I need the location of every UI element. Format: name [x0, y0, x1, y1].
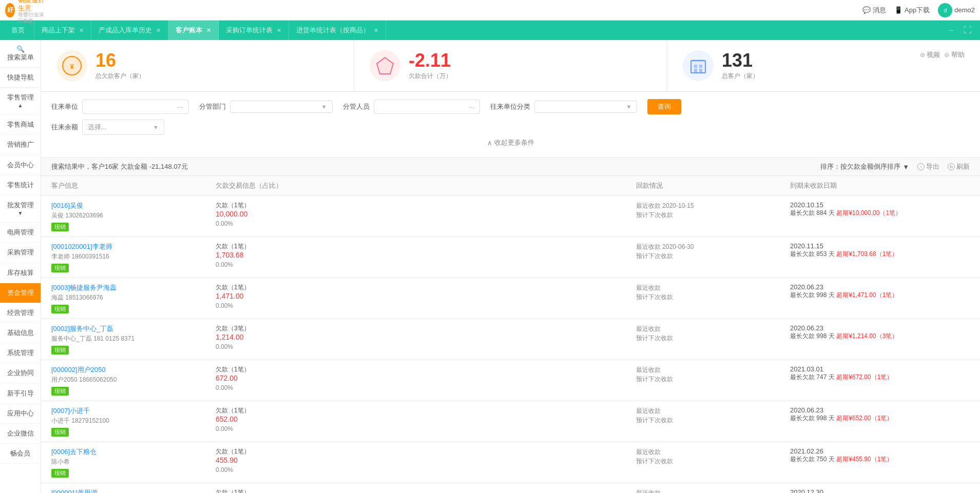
sidebar-search-menu[interactable]: 🔍 搜索菜单: [0, 40, 41, 68]
sidebar-item-wechat[interactable]: 企业微信: [0, 424, 41, 444]
refresh-button[interactable]: ↻ 刷新: [948, 162, 970, 171]
debt-amount-6[interactable]: 455.90: [216, 456, 636, 464]
sidebar-item-retail-stats[interactable]: 零售统计: [0, 175, 41, 195]
sidebar-item-enterprise[interactable]: 企业协同: [0, 363, 41, 383]
due-date-1: 2020.11.15: [790, 242, 970, 250]
tab-purchase-order[interactable]: 采购订单统计表 ✕: [219, 21, 289, 40]
overdue-link-6[interactable]: 超期¥455.90（1笔）: [836, 456, 893, 463]
debt-amount-3[interactable]: 1,214.00: [216, 333, 636, 341]
stat-info-debt-total: -2.11 欠款合计（万）: [409, 51, 452, 81]
source-unit-label: 往来单位: [51, 102, 78, 111]
logo-icon: 好: [5, 3, 15, 17]
sidebar-item-inventory[interactable]: 库存核算: [0, 263, 41, 283]
customer-name-4[interactable]: [000002]用户2050: [51, 365, 216, 374]
filter-row-2: 往来余额 选择... ▼: [51, 120, 970, 135]
next-payment-6: 预计下次收款: [636, 457, 790, 466]
debt-desc-0: 欠款（1笔）: [216, 201, 636, 210]
debt-cell-0: 欠款（1笔） 10,000.00 0.00%: [216, 201, 636, 227]
debt-amount-1[interactable]: 1,703.68: [216, 251, 636, 259]
app-download-btn[interactable]: 📱 App下载: [894, 6, 930, 15]
unit-class-select[interactable]: ▼: [534, 101, 637, 113]
next-payment-3: 预计下次收款: [636, 334, 790, 343]
sidebar-item-finance[interactable]: 资金管理: [0, 283, 41, 303]
debt-ratio-2: 0.00%: [216, 302, 636, 309]
sidebar-item-basic-info[interactable]: 基础信息: [0, 323, 41, 343]
last-payment-2: 最近收款: [636, 284, 790, 292]
sidebar-item-vip[interactable]: 畅会员: [0, 444, 41, 464]
customer-cell-6: [0006]去下粮仓 陈小希 现销: [51, 447, 216, 478]
chevron-up-icon: ▲: [3, 102, 37, 109]
balance-select[interactable]: 选择... ▼: [82, 120, 164, 135]
user-profile[interactable]: d demo2: [938, 3, 975, 17]
customer-name-5[interactable]: [0007]小进千: [51, 406, 216, 416]
customer-name-2[interactable]: [0003]畅捷服务尹海蕊: [51, 283, 216, 292]
tab-maximize-btn[interactable]: ⛶: [962, 24, 974, 37]
debt-amount-0[interactable]: 10,000.00: [216, 210, 636, 218]
tab-purchase-order-close[interactable]: ✕: [277, 27, 281, 34]
sidebar-item-ecommerce[interactable]: 电商管理: [0, 223, 41, 243]
manager-text[interactable]: [379, 103, 466, 111]
overdue-link-4[interactable]: 超期¥672.00（1笔）: [836, 373, 893, 381]
due-date-cell-7: 2020.12.30 最长欠款 808 天 超期¥429.00（1笔）: [790, 488, 970, 493]
customer-name-7[interactable]: [000001]黄思源: [51, 488, 216, 493]
overdue-link-0[interactable]: 超期¥10,000.00（1笔）: [836, 209, 901, 216]
overdue-link-3[interactable]: 超期¥1,214.00（3笔）: [836, 332, 898, 340]
sidebar-item-marketing[interactable]: 营销推广: [0, 135, 41, 155]
sidebar-quick-nav[interactable]: 快捷导航: [0, 68, 41, 88]
stat-icon-building: [683, 50, 714, 81]
due-date-cell-6: 2021.02.26 最长欠款 750 天 超期¥455.90（1笔）: [790, 447, 970, 464]
overdue-link-5[interactable]: 超期¥652.00（1笔）: [836, 415, 893, 422]
manager-input[interactable]: ···: [374, 100, 481, 114]
customer-name-1[interactable]: [0001020001]李老师: [51, 242, 216, 251]
collapse-button[interactable]: ∧ 收起更多条件: [51, 135, 970, 150]
sidebar-item-retail-mall[interactable]: 零售商城: [0, 115, 41, 135]
last-payment-0: 最近收款 2020-10-15: [636, 202, 790, 210]
sidebar-item-batch-mgmt[interactable]: 批发管理 ▼: [0, 195, 41, 223]
tab-home-label: 首页: [11, 26, 25, 35]
due-date-cell-3: 2020.06.23 最长欠款 998 天 超期¥1,214.00（3笔）: [790, 324, 970, 341]
customer-name-0[interactable]: [0016]吴俊: [51, 201, 216, 210]
source-unit-text[interactable]: [88, 103, 174, 111]
message-btn[interactable]: 💬 消息: [862, 6, 886, 15]
recovery-cell-0: 最近收款 2020-10-15 预计下次收款: [636, 201, 790, 220]
due-date-6: 2021.02.26: [790, 447, 970, 455]
tab-production-history-close[interactable]: ✕: [156, 27, 161, 34]
tab-incoming-stats-close[interactable]: ✕: [374, 27, 378, 34]
tab-customer-account[interactable]: 客户账本 ✕: [168, 21, 219, 40]
debt-amount-4[interactable]: 672.00: [216, 374, 636, 382]
result-summary: 搜索结果中，客户16家 欠款金额 -21,148.07元: [51, 162, 188, 171]
tab-product-off[interactable]: 商品上下架 ✕: [34, 21, 91, 40]
overdue-link-2[interactable]: 超期¥1,471.00（1笔）: [836, 291, 898, 299]
sidebar-item-purchase[interactable]: 采购管理: [0, 243, 41, 263]
due-date-7: 2020.12.30: [790, 488, 970, 493]
debt-amount-2[interactable]: 1,471.00: [216, 292, 636, 300]
tab-product-off-close[interactable]: ✕: [79, 27, 84, 34]
customer-name-6[interactable]: [0006]去下粮仓: [51, 447, 216, 457]
sidebar-item-app-center[interactable]: 应用中心: [0, 404, 41, 424]
customer-name-3[interactable]: [0002]服务中心_丁磊: [51, 324, 216, 333]
manager-label: 分管人员: [343, 102, 370, 111]
query-button[interactable]: 查询: [647, 99, 681, 114]
overdue-link-1[interactable]: 超期¥1,703.68（1笔）: [836, 250, 898, 258]
tab-product-off-label: 商品上下架: [42, 26, 75, 35]
dept-select[interactable]: ▼: [230, 101, 333, 113]
tab-home[interactable]: 首页: [2, 21, 34, 40]
source-unit-input[interactable]: ···: [82, 100, 189, 114]
debt-amount-5[interactable]: 652.00: [216, 415, 636, 423]
video-btn[interactable]: ⊙ 视频: [920, 50, 940, 60]
sidebar-item-new-guide[interactable]: 新手引导: [0, 384, 41, 404]
tab-customer-account-close[interactable]: ✕: [206, 27, 211, 34]
stats-row: ¥ 16 总欠款客户（家） -2.11 欠款合计（万）: [41, 40, 980, 92]
sidebar-item-operations[interactable]: 经营管理: [0, 303, 41, 323]
tab-minimize-btn[interactable]: －: [945, 23, 957, 38]
export-button[interactable]: ↑ 导出: [917, 162, 939, 171]
sidebar-item-retail-mgmt[interactable]: 零售管理 ▲: [0, 88, 41, 115]
help-btn[interactable]: ⊙ 帮助: [944, 50, 965, 60]
sidebar-item-member[interactable]: 会员中心: [0, 155, 41, 175]
sidebar-item-system[interactable]: 系统管理: [0, 343, 41, 363]
tab-production-history[interactable]: 产成品入库单历史 ✕: [91, 21, 168, 40]
overdue-days-6: 最长欠款 750 天: [790, 456, 835, 463]
tab-incoming-stats[interactable]: 进货单统计表（按商品） ✕: [289, 21, 386, 40]
debt-desc-6: 欠款（1笔）: [216, 447, 636, 456]
sort-select[interactable]: 排序：按欠款金额倒序排序 ▼: [820, 162, 909, 171]
